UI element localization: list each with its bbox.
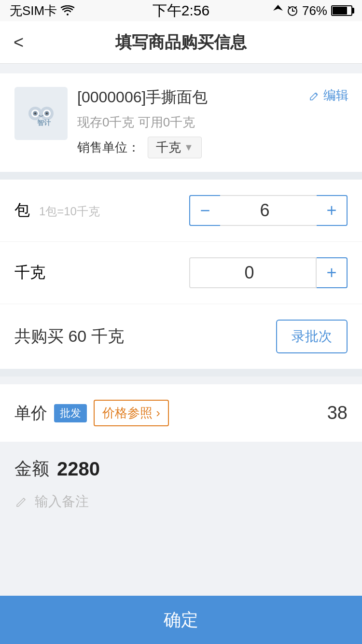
total-label: 共购买 60 千克 xyxy=(14,325,124,348)
status-right: 76% xyxy=(273,3,352,18)
alarm-icon xyxy=(287,5,298,16)
package-decrement-button[interactable]: − xyxy=(189,195,220,226)
product-thumbnail: 智计 xyxy=(14,87,68,140)
pencil-icon xyxy=(14,494,29,509)
back-button[interactable]: < xyxy=(14,32,24,53)
package-sub-label: 1包=10千克 xyxy=(39,205,100,218)
product-name: [0000006]手撕面包 xyxy=(77,87,348,108)
kg-quantity-controls: + xyxy=(189,257,348,288)
product-card: 智计 [0000006]手撕面包 现存0千克 可用0千克 销售单位： 千克 ▼ … xyxy=(0,73,362,172)
kg-quantity-input[interactable] xyxy=(189,257,317,288)
package-quantity-row: 包 1包=10千克 − + xyxy=(0,180,362,242)
unit-selector[interactable]: 千克 ▼ xyxy=(148,137,202,158)
package-increment-button[interactable]: + xyxy=(317,195,348,226)
package-label-group: 包 1包=10千克 xyxy=(14,200,100,221)
package-quantity-input[interactable] xyxy=(220,195,317,226)
status-time: 下午2:56 xyxy=(153,1,209,21)
record-batch-button[interactable]: 录批次 xyxy=(276,320,348,353)
location-icon xyxy=(273,5,283,16)
status-bar: 无SIM卡 下午2:56 76% xyxy=(0,0,362,21)
total-row: 共购买 60 千克 录批次 xyxy=(0,304,362,369)
price-reference-button[interactable]: 价格参照 › xyxy=(94,400,169,426)
amount-label: 金额 xyxy=(14,457,49,481)
svg-point-9 xyxy=(34,112,36,114)
carrier-label: 无SIM卡 xyxy=(10,2,57,19)
amount-row: 金额 2280 xyxy=(14,457,348,481)
edit-icon xyxy=(309,90,320,101)
price-label-group: 单价 批发 价格参照 › xyxy=(14,400,169,426)
amount-section: 金额 2280 输入备注 xyxy=(0,442,362,520)
product-stock: 现存0千克 可用0千克 xyxy=(77,114,348,131)
kg-label-group: 千克 xyxy=(14,262,45,283)
product-info: [0000006]手撕面包 现存0千克 可用0千克 销售单位： 千克 ▼ xyxy=(77,87,348,158)
unit-dropdown-arrow: ▼ xyxy=(184,142,194,153)
product-unit-row: 销售单位： 千克 ▼ xyxy=(77,137,348,158)
kg-increment-button[interactable]: + xyxy=(317,257,348,288)
battery-icon xyxy=(331,5,352,16)
svg-text:智计: 智计 xyxy=(37,119,51,126)
confirm-button[interactable]: 确定 xyxy=(0,596,362,644)
wifi-icon xyxy=(61,5,74,16)
price-value: 38 xyxy=(327,403,348,423)
edit-label: 编辑 xyxy=(323,87,348,104)
status-left: 无SIM卡 xyxy=(10,2,74,19)
amount-value: 2280 xyxy=(57,458,100,480)
package-quantity-controls: − + xyxy=(189,195,348,226)
section-divider-1 xyxy=(0,172,362,180)
note-placeholder: 输入备注 xyxy=(35,492,89,511)
svg-point-10 xyxy=(46,112,48,114)
price-row: 单价 批发 价格参照 › 38 xyxy=(14,400,348,426)
unit-value: 千克 xyxy=(156,139,181,156)
edit-button[interactable]: 编辑 xyxy=(309,87,348,104)
kg-quantity-row: 千克 + xyxy=(0,242,362,304)
nav-bar: < 填写商品购买信息 xyxy=(0,21,362,64)
package-label: 包 xyxy=(14,201,30,219)
price-label: 单价 xyxy=(14,402,47,424)
section-divider-2 xyxy=(0,369,362,377)
price-section: 单价 批发 价格参照 › 38 xyxy=(0,384,362,442)
price-tag: 批发 xyxy=(54,404,87,422)
kg-label: 千克 xyxy=(14,264,45,281)
unit-label: 销售单位： xyxy=(77,139,140,156)
owl-logo: 智计 xyxy=(24,100,58,127)
page-title: 填写商品购买信息 xyxy=(115,31,247,54)
note-row[interactable]: 输入备注 xyxy=(14,492,348,511)
battery-percent: 76% xyxy=(302,3,327,18)
